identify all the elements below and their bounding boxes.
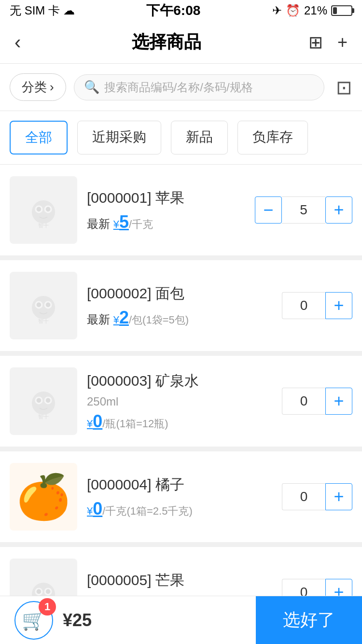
price-num: 0 (93, 411, 102, 431)
cart-icon-wrap[interactable]: 🛒 1 (14, 601, 53, 640)
cart-badge: 1 (39, 598, 56, 616)
sim-status: 无 SIM 卡 ☁ (10, 3, 75, 18)
page-title: 选择商品 (43, 30, 290, 54)
quantity-input[interactable] (282, 388, 325, 415)
product-price: 最新 ¥2/包(1袋=5包) (87, 308, 272, 328)
price-label: 最新 (87, 313, 113, 326)
svg-point-0 (32, 200, 55, 224)
add-icon[interactable]: + (337, 32, 348, 53)
svg-point-12 (32, 392, 55, 415)
quantity-input[interactable] (282, 292, 325, 319)
svg-point-4 (46, 207, 51, 212)
nav-right-actions: ⊞ + (290, 32, 348, 53)
product-name: [0000005] 芒果 (87, 571, 272, 589)
filter-icon[interactable]: ⊞ (308, 32, 323, 53)
product-name: [0000002] 面包 (87, 284, 272, 303)
decrease-button[interactable]: − (255, 196, 282, 224)
bottom-bar: 🛒 1 ¥25 选好了 (0, 596, 362, 644)
tab-all[interactable]: 全部 (10, 121, 68, 154)
tab-bar: 全部 近期采购 新品 负库存 (0, 111, 362, 165)
quantity-input[interactable] (282, 196, 325, 224)
svg-point-10 (46, 303, 51, 308)
product-image: 智十 (10, 367, 77, 435)
category-chevron-icon: › (50, 80, 54, 95)
product-info: [0000001] 苹果 最新 ¥5/千克 (87, 188, 245, 232)
search-icon: 🔍 (84, 80, 99, 95)
search-placeholder: 搜索商品编码/名称/条码/规格 (104, 80, 253, 95)
nav-bar: ‹ 选择商品 ⊞ + (0, 21, 362, 64)
price-unit: ¥ (87, 418, 93, 430)
product-name: [0000004] 橘子 (87, 475, 272, 494)
svg-point-6 (32, 296, 55, 319)
search-bar[interactable]: 🔍 搜索商品编码/名称/条码/规格 (74, 74, 324, 100)
increase-button[interactable]: + (325, 292, 352, 319)
cart-area: 🛒 1 ¥25 (0, 601, 256, 640)
tab-new[interactable]: 新品 (171, 121, 228, 154)
tab-negative[interactable]: 负库存 (237, 121, 308, 154)
product-image: 智十 (10, 176, 77, 244)
scan-icon[interactable]: ⊡ (336, 76, 352, 98)
svg-point-3 (37, 207, 42, 212)
placeholder-owl-icon: 智十 (24, 286, 63, 325)
price-suffix: /千克(1箱=2.5千克) (102, 505, 192, 517)
price-num: 0 (93, 499, 102, 518)
svg-point-22 (46, 589, 51, 594)
product-info: [0000002] 面包 最新 ¥2/包(1袋=5包) (87, 284, 272, 328)
product-info: [0000003] 矿泉水 250ml ¥0/瓶(1箱=12瓶) (87, 371, 272, 432)
category-button[interactable]: 分类 › (10, 73, 66, 101)
price-label: 最新 (87, 217, 113, 230)
svg-point-16 (46, 398, 51, 403)
price-suffix: /千克 (129, 218, 153, 230)
product-item: 智十 [0000001] 苹果 最新 ¥5/千克 − + (0, 165, 362, 260)
product-item: 智十 [0000002] 面包 最新 ¥2/包(1袋=5包) + (0, 260, 362, 356)
status-left: 无 SIM 卡 ☁ (10, 3, 75, 18)
price-suffix: /包(1袋=5包) (129, 314, 189, 326)
product-price: ¥0/瓶(1箱=12瓶) (87, 411, 272, 432)
quantity-input[interactable] (282, 483, 325, 510)
status-time: 下午6:08 (146, 1, 200, 20)
svg-text:智十: 智十 (38, 223, 49, 228)
battery-icon (331, 5, 352, 16)
product-info: [0000004] 橘子 ¥0/千克(1箱=2.5千克) (87, 475, 272, 519)
quantity-control: + (282, 483, 352, 510)
price-unit: ¥ (113, 218, 119, 230)
product-price: ¥0/千克(1箱=2.5千克) (87, 499, 272, 519)
product-list: 智十 [0000001] 苹果 最新 ¥5/千克 − + 智十 (0, 165, 362, 644)
price-unit: ¥ (87, 505, 93, 517)
status-bar: 无 SIM 卡 ☁ 下午6:08 ✈ ⏰ 21% (0, 0, 362, 21)
svg-point-15 (37, 398, 42, 403)
increase-button[interactable]: + (325, 388, 352, 415)
price-num: 2 (119, 308, 129, 327)
svg-point-21 (37, 589, 42, 594)
quantity-control: + (282, 292, 352, 319)
filter-bar: 分类 › 🔍 搜索商品编码/名称/条码/规格 ⊡ (0, 64, 362, 111)
product-spec: 250ml (87, 395, 272, 408)
product-name: [0000001] 苹果 (87, 188, 245, 207)
battery-percent: 21% (304, 4, 327, 17)
cart-total-price: ¥25 (63, 610, 92, 630)
quantity-control: + (282, 388, 352, 415)
product-item: 智十 [0000003] 矿泉水 250ml ¥0/瓶(1箱=12瓶) + (0, 356, 362, 451)
product-price: 最新 ¥5/千克 (87, 212, 245, 232)
price-num: 5 (119, 212, 129, 232)
alarm-icon: ⏰ (286, 4, 300, 17)
status-right: ✈ ⏰ 21% (272, 4, 352, 17)
placeholder-owl-icon: 智十 (24, 382, 63, 420)
price-unit: ¥ (113, 314, 119, 326)
product-name: [0000003] 矿泉水 (87, 371, 272, 390)
location-icon: ✈ (272, 4, 282, 17)
product-image: 🍊 (10, 463, 77, 531)
product-image: 智十 (10, 272, 77, 339)
increase-button[interactable]: + (325, 196, 352, 224)
category-label: 分类 (22, 79, 47, 96)
confirm-button[interactable]: 选好了 (256, 596, 362, 644)
product-item: 🍊 [0000004] 橘子 ¥0/千克(1箱=2.5千克) + (0, 451, 362, 547)
quantity-control: − + (255, 196, 352, 224)
svg-text:智十: 智十 (38, 414, 49, 420)
svg-point-9 (37, 303, 42, 308)
price-suffix: /瓶(1箱=12瓶) (102, 418, 168, 430)
tab-recent[interactable]: 近期采购 (77, 121, 161, 154)
increase-button[interactable]: + (325, 483, 352, 510)
svg-text:智十: 智十 (38, 318, 49, 324)
back-button[interactable]: ‹ (14, 31, 43, 53)
